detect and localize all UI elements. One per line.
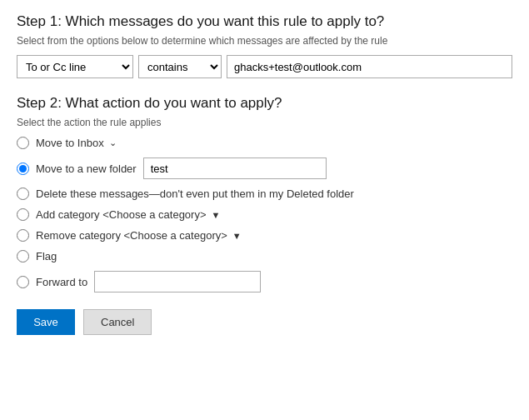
action-add-category: Add category <Choose a category> ▼ [17,208,512,221]
button-row: Save Cancel [17,309,512,335]
delete-radio[interactable] [17,188,29,200]
forward-input[interactable] [94,271,261,292]
move-folder-radio[interactable] [17,162,29,175]
filter-field-select[interactable]: To or Cc line From Subject To line Cc li… [17,55,133,78]
move-inbox-label[interactable]: Move to Inbox ⌄ [36,137,117,149]
remove-category-label[interactable]: Remove category <Choose a category> ▼ [36,229,242,242]
action-forward: Forward to [17,271,512,292]
move-inbox-chevron: ⌄ [109,138,117,148]
flag-radio[interactable] [17,250,29,262]
flag-label[interactable]: Flag [36,250,57,262]
add-category-radio[interactable] [17,208,29,221]
action-remove-category: Remove category <Choose a category> ▼ [17,229,512,242]
move-folder-label[interactable]: Move to a new folder [36,162,137,175]
forward-radio[interactable] [17,276,29,288]
action-flag: Flag [17,250,512,262]
cancel-button[interactable]: Cancel [83,309,152,335]
action-delete: Delete these messages—don't even put the… [17,188,512,200]
remove-category-chevron: ▼ [232,231,242,241]
remove-category-radio[interactable] [17,229,29,242]
filter-value-input[interactable] [227,55,512,78]
action-move-inbox: Move to Inbox ⌄ [17,137,512,149]
forward-label[interactable]: Forward to [36,276,87,288]
move-folder-input[interactable] [143,158,327,179]
step1-subtitle: Select from the options below to determi… [17,35,512,47]
filter-condition-select[interactable]: contains does not contain is is not [138,55,222,78]
add-category-chevron: ▼ [212,210,221,220]
save-button[interactable]: Save [17,309,75,335]
step2-subtitle: Select the action the rule applies [17,117,512,128]
step1-heading: Step 1: Which messages do you want this … [17,13,512,30]
action-radio-group: Move to Inbox ⌄ Move to a new folder Del… [17,137,512,292]
filter-row: To or Cc line From Subject To line Cc li… [17,55,512,78]
delete-label[interactable]: Delete these messages—don't even put the… [36,188,354,200]
step2-heading: Step 2: What action do you want to apply… [17,95,512,112]
add-category-label[interactable]: Add category <Choose a category> ▼ [36,208,220,221]
action-move-folder: Move to a new folder [17,158,512,179]
move-inbox-radio[interactable] [17,137,29,149]
